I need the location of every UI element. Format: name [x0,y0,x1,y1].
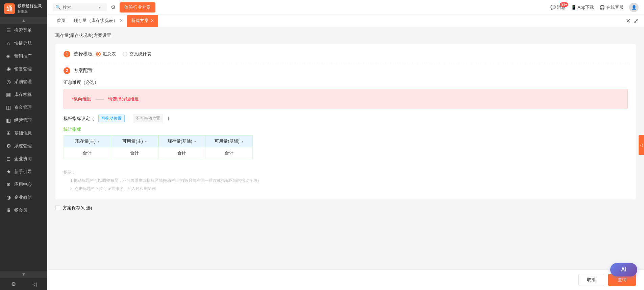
tab-new-plan-close[interactable]: ✕ [151,18,154,23]
step2-header: 2 方案配置 [64,67,628,74]
app-download-link[interactable]: 📱 App下载 [571,4,594,10]
step2-number: 2 [64,67,70,74]
sidebar-item-operations[interactable]: ◧ 经营管理 [0,114,47,127]
headset-icon: 🎧 [599,5,605,10]
tab-new-plan[interactable]: 新建方案 ✕ [127,15,158,27]
col-header-3[interactable]: 可用量(基辅) ▾ [205,136,252,147]
radio-summary-table[interactable]: 汇总表 [96,51,116,57]
tabs-bar: 首页 现存量（库存状况表） ✕ 新建方案 ✕ ✕ ⤢ [47,15,644,27]
step1-title: 选择模板 [74,51,93,57]
sidebar-item-wechat[interactable]: ◑ 企业微信 [0,191,47,204]
tab-new-plan-label: 新建方案 [131,18,149,24]
indicator-draggable-badge: 可拖动位置 [98,115,125,122]
tab-inventory[interactable]: 现存量（库存状况表） ✕ [70,15,127,27]
stats-header-row: 现存量(主) ▾ 可用量(主) ▾ 现存量(基辅) ▾ 可用量(基辅) ▾ [64,136,252,147]
col-label-1: 可用量(主) [122,138,143,144]
sidebar-item-label: 系统管理 [14,143,32,149]
save-label: 方案保存(可选) [63,205,92,211]
sidebar-scroll-up[interactable]: ▲ [0,17,47,24]
tips-section: 提示： 1.拖动标题栏可以调整布局，不可跨维度或指标区域拖动栏目字段(只能在同一… [64,168,628,193]
radio-cross-circle [123,52,127,56]
col-arrow-0[interactable]: ▾ [98,140,99,143]
radio-summary-circle [96,52,101,56]
user-avatar[interactable]: 👤 [629,3,639,12]
col-arrow-3[interactable]: ▾ [242,140,243,143]
tab-inventory-close[interactable]: ✕ [120,18,123,23]
col-label-0: 现存量(主) [75,138,96,144]
sidebar-item-search[interactable]: ☰ 搜索菜单 [0,24,47,37]
sidebar-item-enterprise[interactable]: ⊟ 企业协同 [0,152,47,165]
cell-2: 合计 [158,147,206,159]
main-wrapper: 🔍 ▾ ⚙ 体验行业方案 💬 消息 99+ 📱 App下载 🎧 在线客服 👤 [47,0,644,290]
search-dropdown-icon[interactable]: ▾ [99,5,101,10]
summary-dim-label: 汇总维度（必选） [64,79,628,86]
sidebar-item-sales[interactable]: ◉ 销售管理 [0,63,47,75]
topbar-settings-icon[interactable]: ⚙ [111,4,116,10]
sidebar-item-purchase[interactable]: ◎ 采购管理 [0,75,47,88]
right-panel-tab[interactable]: ◁ [639,135,644,155]
sidebar-item-label: 资金管理 [14,104,32,111]
message-count: 99+ [560,2,568,7]
col-label-2: 现存量(基辅) [168,138,193,144]
stats-table: 现存量(主) ▾ 可用量(主) ▾ 现存量(基辅) ▾ 可用量(基辅) ▾ [64,135,253,159]
col-header-0[interactable]: 现存量(主) ▾ [64,136,111,147]
settings-footer-icon[interactable]: ⚙ [11,281,16,287]
sidebar-item-label: 基础信息 [14,130,32,136]
col-header-1[interactable]: 可用量(主) ▾ [111,136,158,147]
cell-1: 合计 [111,147,158,159]
sales-icon: ◉ [5,66,11,72]
purchase-icon: ◎ [5,79,11,85]
trial-industry-button[interactable]: 体验行业方案 [120,2,155,13]
message-badge[interactable]: 💬 消息 99+ [550,4,566,10]
sidebar-item-label: 营销推广 [14,53,32,59]
col-arrow-2[interactable]: ▾ [194,140,196,143]
cancel-button[interactable]: 取消 [578,274,604,286]
tabs-right-controls: ✕ ⤢ [626,17,639,25]
sidebar-item-label: 新手引导 [14,169,32,175]
sidebar-item-label: 企业协同 [14,156,32,162]
sidebar-item-basic[interactable]: ⊞ 基础信息 [0,127,47,140]
sidebar-item-member[interactable]: ♛ 畅会员 [0,204,47,217]
tab-home-label: 首页 [57,18,66,24]
dimension-box[interactable]: *纵向维度 —— 请选择分组维度 [64,89,628,109]
template-radio-group: 汇总表 交叉统计表 [96,51,151,57]
tab-expand-btn[interactable]: ⤢ [634,17,639,25]
sidebar-item-inventory[interactable]: ▦ 库存核算 [0,88,47,101]
tips-item-1: 2. 点击标题栏下拉可设置排序、插入列和删除列 [64,185,628,193]
tips-item-0: 1.拖动标题栏可以调整布局，不可跨维度或指标区域拖动栏目字段(只能在同一维度或指… [64,176,628,185]
sidebar-item-quicknav[interactable]: ⌂ 快捷导航 [0,37,47,50]
sidebar-item-appcenter[interactable]: ⊕ 应用中心 [0,178,47,191]
indicator-prefix: 模板指标设定（ [64,116,94,122]
ai-label: Ai [621,267,626,273]
step2-title: 方案配置 [74,68,93,74]
sidebar-scroll-down[interactable]: ▼ [0,271,47,278]
radio-cross-label: 交叉统计表 [129,51,151,57]
sidebar-item-system[interactable]: ⚙ 系统管理 [0,140,47,152]
col-arrow-1[interactable]: ▾ [145,140,147,143]
sidebar-item-newbie[interactable]: ★ 新手引导 [0,165,47,178]
sidebar-item-marketing[interactable]: ◈ 营销推广 [0,50,47,63]
sidebar-item-finance[interactable]: ◫ 资金管理 [0,101,47,114]
sidebar-item-label: 销售管理 [14,66,32,72]
inventory-icon: ▦ [5,92,11,98]
stats-section-title: 统计指标 [64,126,628,132]
wechat-icon: ◑ [5,194,11,200]
sidebar: 通 畅康通好生意 标准版 ▲ ☰ 搜索菜单 ⌂ 快捷导航 ◈ 营销推广 ◉ 销售… [0,0,47,290]
ai-assistant-button[interactable]: Ai [610,263,637,276]
tab-close-btn[interactable]: ✕ [626,17,631,25]
save-checkbox[interactable] [55,206,60,210]
content-area: 现存量(库存状况表)方案设置 1 选择模板 汇总表 交叉统计表 [47,27,644,269]
tab-home[interactable]: 首页 [53,15,70,27]
col-header-2[interactable]: 现存量(基辅) ▾ [158,136,206,147]
search-box[interactable]: 🔍 ▾ [53,3,107,11]
step1-number: 1 [64,51,70,57]
dimension-row: *纵向维度 —— 请选择分组维度 [72,96,619,102]
home-icon: ⌂ [5,40,11,46]
volume-footer-icon[interactable]: ◁ [32,281,36,287]
basic-info-icon: ⊞ [5,130,11,136]
topbar-right: 💬 消息 99+ 📱 App下载 🎧 在线客服 👤 [550,3,639,12]
radio-cross-table[interactable]: 交叉统计表 [123,51,151,57]
search-input[interactable] [63,5,97,10]
member-icon: ♛ [5,207,11,213]
online-service-link[interactable]: 🎧 在线客服 [599,4,624,10]
